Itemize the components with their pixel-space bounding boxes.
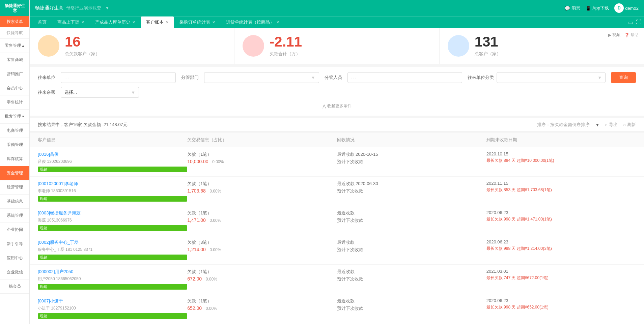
latest-payment: 最近收款 2020-10-15 xyxy=(337,151,486,157)
sidebar-item-app-center[interactable]: 应用中心 xyxy=(0,251,29,265)
tab-product-history[interactable]: 产成品入库单历史 ✕ xyxy=(90,17,141,28)
chevron-down-icon: ▼ xyxy=(131,90,135,95)
col-payback: 回收情况 xyxy=(337,137,486,143)
sidebar-item-finance[interactable]: 资金管理 xyxy=(0,166,29,180)
stats-bar: ¥ 16 总欠款客户（家） ◇ -2.11 欠款合计（万） xyxy=(30,28,644,64)
app-logo: 畅捷通好生意 xyxy=(0,0,29,16)
debt-percent: 0.00% xyxy=(212,159,224,164)
manager-label: 分管人员 xyxy=(325,75,345,81)
from-unit-input[interactable]: ··· xyxy=(61,72,176,83)
sidebar-item-enterprise[interactable]: 企业协同 xyxy=(0,223,29,237)
overdue-info[interactable]: 最长欠款 747 天 超期¥672.00(1笔) xyxy=(486,275,636,281)
customer-name-link[interactable]: [0003]畅捷服务尹海蕊 xyxy=(38,210,187,216)
customer-phone: 服务中心_丁磊 181 0125 8371 xyxy=(38,247,187,253)
minimize-icon[interactable]: ▭ xyxy=(628,19,633,26)
total-customers-label: 总客户（家） xyxy=(475,51,501,57)
sidebar-item-label: 经营管理 xyxy=(7,185,23,189)
user-avatar[interactable]: D demo2 xyxy=(614,3,639,13)
app-name: 畅捷通好生意 xyxy=(3,3,27,13)
tab-customer-account[interactable]: 客户账本 ✕ xyxy=(141,17,174,28)
sidebar-item-newbie[interactable]: 新手引导 xyxy=(0,237,29,251)
customer-name-link[interactable]: [000002]用户2050 xyxy=(38,269,187,275)
due-info: 2020.06.23 最长欠款 998 天 超期¥1,214.00(3笔) xyxy=(486,239,636,252)
message-btn[interactable]: 💬 消息 xyxy=(565,5,580,11)
overdue-info[interactable]: 最长欠款 998 天 超期¥1,471.00(1笔) xyxy=(486,216,636,222)
overdue-days: 最长欠款 998 天 xyxy=(486,217,516,222)
close-icon[interactable]: ✕ xyxy=(132,20,135,25)
filter-manager: 分管人员 ··· xyxy=(325,72,463,83)
video-btn[interactable]: ▶ 视频 xyxy=(608,32,620,38)
customer-info: [0016]吕俊 吕俊 13026203696 现销 xyxy=(38,151,187,172)
sidebar-item-vip[interactable]: 畅会员 xyxy=(0,279,29,294)
search-button[interactable]: 查询 xyxy=(611,72,636,83)
tab-bar: 首页 商品上下架 ✕ 产成品入库单历史 ✕ 客户账本 ✕ 采购订单统计表 ✕ 进… xyxy=(30,16,644,28)
overdue-info[interactable]: 最长欠款 853 天 超期¥1,703.68(1笔) xyxy=(486,187,636,193)
sidebar-item-member[interactable]: 会员中心 xyxy=(0,81,29,95)
subtitle: 母婴行业演示账套 xyxy=(66,5,101,11)
overdue-info[interactable]: 最长欠款 998 天 超期¥652.00(1笔) xyxy=(486,304,636,310)
sidebar-item-retail-mall[interactable]: 零售商城 xyxy=(0,53,29,67)
sidebar-item-ecommerce[interactable]: 电商管理 xyxy=(0,124,29,138)
video-label: 视频 xyxy=(612,32,620,38)
export-btn[interactable]: ○ 导出 xyxy=(605,122,618,128)
tab-home[interactable]: 首页 xyxy=(32,17,52,28)
help-btn[interactable]: ❓ 帮助 xyxy=(624,32,639,38)
customer-tag: 现销 xyxy=(38,167,187,172)
customer-name-link[interactable]: [0016]吕俊 xyxy=(38,151,187,157)
debt-customers-number: 16 xyxy=(65,35,100,49)
debt-amount: 1,471.00 xyxy=(187,217,206,223)
sidebar-nav: 零售管理 ▲ 零售商城 营销推广 会员中心 零售统计 批发管理 ▼ 电商管理 采… xyxy=(0,39,29,324)
payback-info: 最近收款 2020-06-30 预计下次收款 xyxy=(337,181,486,194)
close-icon[interactable]: ✕ xyxy=(81,20,84,25)
unit-category-select[interactable]: ▼ xyxy=(497,72,606,83)
sort-dropdown-icon[interactable]: ▼ xyxy=(595,122,599,127)
tab-product-offline[interactable]: 商品上下架 ✕ xyxy=(52,17,90,28)
collapse-btn[interactable]: ⋀ 收起更多条件 xyxy=(323,103,352,109)
sidebar-item-label: 应用中心 xyxy=(7,256,23,260)
sidebar-item-marketing[interactable]: 营销推广 xyxy=(0,67,29,81)
header-logo: 畅捷通好生意 母婴行业演示账套 ▼ xyxy=(35,5,109,11)
sidebar-item-system[interactable]: 系统管理 xyxy=(0,209,29,223)
sidebar-item-retail-mgmt[interactable]: 零售管理 ▲ xyxy=(0,39,29,53)
overdue-info[interactable]: 最长欠款 884 天 超期¥10,000.00(1笔) xyxy=(486,158,636,164)
collapse-row: ⋀ 收起更多条件 xyxy=(38,102,636,110)
sidebar-item-operation[interactable]: 经营管理 xyxy=(0,180,29,195)
debt-info: 欠款（1笔） 672.00 0.00% xyxy=(187,269,337,282)
dots-icon: ··· xyxy=(351,75,357,80)
table-row: [0001020001]李老师 李老师 18600391516 现销 欠款（1笔… xyxy=(30,177,644,206)
balance-select[interactable]: 选择... ▼ xyxy=(61,87,139,98)
customer-name-link[interactable]: [0007]小进干 xyxy=(38,298,187,304)
quick-nav[interactable]: 快捷导航 xyxy=(0,27,29,39)
close-icon[interactable]: ✕ xyxy=(212,20,215,25)
overdue-days: 最长欠款 998 天 xyxy=(486,305,516,310)
sidebar-item-purchase[interactable]: 采购管理 xyxy=(0,138,29,152)
manager-input[interactable]: ··· xyxy=(347,72,463,83)
maximize-icon[interactable]: ⛶ xyxy=(636,19,641,25)
search-menu-btn[interactable]: 搜索菜单 xyxy=(0,16,29,27)
app-download-label: App下载 xyxy=(592,5,609,11)
app-download-btn[interactable]: 📱 App下载 xyxy=(586,5,609,11)
sidebar-item-basic-info[interactable]: 基础信息 xyxy=(0,195,29,209)
close-icon[interactable]: ✕ xyxy=(276,20,279,25)
close-icon[interactable]: ✕ xyxy=(166,20,169,25)
debt-count: 欠款（1笔） xyxy=(187,298,337,304)
help-label: 帮助 xyxy=(631,32,639,38)
help-icon: ❓ xyxy=(624,33,629,37)
tab-inbound-stats[interactable]: 进货单统计表（按商品） ✕ xyxy=(221,17,285,28)
sidebar-item-enterprise-wx[interactable]: 企业微信 xyxy=(0,265,29,279)
tabs-end: ▭ ⛶ xyxy=(628,19,641,26)
app-title: 畅捷通好生意 xyxy=(35,5,63,11)
dropdown-icon[interactable]: ▼ xyxy=(105,6,109,10)
customer-name-link[interactable]: [0001020001]李老师 xyxy=(38,181,187,187)
sidebar-item-label: 零售统计 xyxy=(7,100,23,105)
payback-info: 最近收款 预计下次收款 xyxy=(337,239,486,253)
sidebar-item-batch-mgmt[interactable]: 批发管理 ▼ xyxy=(0,110,29,124)
sidebar-item-inventory[interactable]: 库存核算 xyxy=(0,152,29,166)
refresh-btn[interactable]: ○ 刷新 xyxy=(623,122,636,128)
dept-select[interactable]: ▼ xyxy=(204,72,319,83)
customer-name-link[interactable]: [0002]服务中心_丁磊 xyxy=(38,239,187,245)
tab-purchase-order[interactable]: 采购订单统计表 ✕ xyxy=(174,17,221,28)
due-info: 2020.06.23 最长欠款 998 天 超期¥1,471.00(1笔) xyxy=(486,210,636,222)
overdue-info[interactable]: 最长欠款 998 天 超期¥1,214.00(3笔) xyxy=(486,246,636,252)
sidebar-item-retail-stats[interactable]: 零售统计 xyxy=(0,95,29,110)
